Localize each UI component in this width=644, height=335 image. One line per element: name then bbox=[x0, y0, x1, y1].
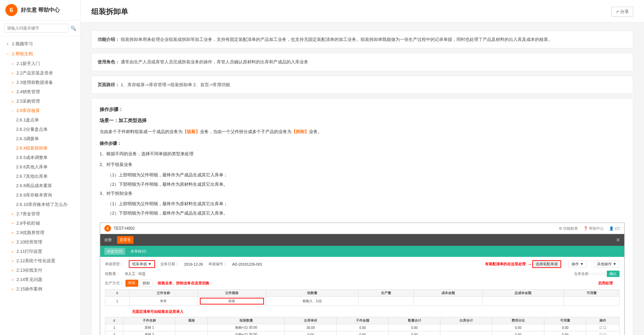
ss-cth-ops: 操作 bbox=[586, 317, 620, 324]
plus-icon-sub2: ＋ bbox=[11, 71, 14, 76]
sidebar-item-sales[interactable]: ＋ 2.4销售管理 bbox=[0, 87, 80, 97]
sidebar-item-cases[interactable]: ＋ 2.15操作案例 bbox=[0, 284, 80, 294]
sidebar-item-video-learning[interactable]: ＋ 1.视频学习 bbox=[0, 39, 80, 49]
sidebar-item-data-prep[interactable]: ＋ 2.3使用前数据准备 bbox=[0, 78, 80, 87]
steps-subtitle: 操作步骤： bbox=[100, 139, 625, 147]
ss-type-btn-assembly: 组装 bbox=[125, 280, 138, 287]
ss-user-icon: 👤 CC bbox=[609, 226, 620, 231]
sidebar-item-transfer[interactable]: 2.6.3调拨单 bbox=[0, 134, 80, 144]
ss-child-table-header: # 子件名称 规格 组装数量 出库单价 子件金额 数量合计 出库合计 费用分比 bbox=[105, 317, 620, 324]
sidebar-item-stocktake[interactable]: 2.6.1盘点单 bbox=[0, 115, 80, 125]
sidebar-item-personalize[interactable]: ＋ 2.12系统个性化设置 bbox=[0, 256, 80, 266]
sidebar-item-cost-adjust[interactable]: 2.6.5成本调整单 bbox=[0, 153, 80, 162]
sidebar-item-coupon[interactable]: ＋ 2.9优惠券管理 bbox=[0, 228, 80, 237]
ss-ctd-outtotal2 bbox=[440, 331, 492, 335]
sidebar-item-inventory-ledger[interactable]: 2.6.9库存账本查询 bbox=[0, 190, 80, 200]
ss-annotation4-area: 无固定清单可由组装在这里录入 bbox=[105, 309, 620, 314]
path-label: 页面路径： bbox=[98, 82, 119, 87]
ss-nav-newretail: 新零售 bbox=[117, 236, 133, 244]
ss-annotation1: 有装配清单的在这里处理 bbox=[485, 262, 526, 267]
sidebar-item-purchase[interactable]: ＋ 2.5采购管理 bbox=[0, 97, 80, 106]
sidebar-item-inventory[interactable]: － 2.6库存核算 bbox=[0, 106, 80, 115]
plus-icon-fin: ＋ bbox=[11, 212, 14, 217]
role-text: 通常由生产人员或库管人员完成拆装业务的操作，库管人员确认原材料的出库和产成品的入… bbox=[121, 59, 308, 64]
ss-annotation4: 无固定清单可由组装在这里录入 bbox=[132, 309, 183, 314]
sidebar-item-assembly[interactable]: 2.6.4组装拆卸单 bbox=[0, 144, 80, 153]
plus-icon-sub3: ＋ bbox=[11, 80, 14, 85]
ss-th-totalcost: 总成本金额 bbox=[482, 290, 564, 297]
ss-no-value: AD-20191226-001 bbox=[232, 262, 262, 266]
ss-warehouse-label: 仓库名称 bbox=[574, 271, 589, 276]
sidebar-item-online-pay[interactable]: ＋ 2.13在线支付 bbox=[0, 266, 80, 275]
search-box: 🔍 bbox=[0, 20, 80, 36]
ss-child-table: # 子件名称 规格 组装数量 出库单价 子件金额 数量合计 出库合计 费用分比 bbox=[105, 317, 620, 335]
screenshot-inner: 6 TEST-H002 ⚙ 功能检查 ❓ 帮助中心 👤 CC 自营 新零售 ✕ bbox=[100, 223, 625, 335]
sidebar-item-faq[interactable]: ＋ 2.14常见问题 bbox=[0, 275, 80, 284]
ss-td-pspec1: 组装 bbox=[198, 297, 266, 306]
step2-2: （2）下部明细为子件明细，最终作为原材料生成其它出库单。 bbox=[108, 180, 625, 188]
ss-annotation3-area: 仓库名称 确认 bbox=[554, 271, 620, 277]
ss-td-tcost1 bbox=[482, 297, 564, 306]
path-box: 页面路径： 1、库存核算->库存管理->组装拆卸单 2、首页->常用功能 bbox=[91, 76, 633, 94]
ss-cth-assqty: 组装数量 bbox=[208, 317, 285, 324]
ss-cth-spec: 规格 bbox=[175, 317, 207, 324]
share-button[interactable]: ↗ 分享 bbox=[611, 7, 633, 17]
sidebar-item-finance[interactable]: ＋ 2.7资金管理 bbox=[0, 209, 80, 219]
ss-ctd-price2: 0.00 bbox=[285, 331, 337, 335]
ss-td-pname1: 米米 bbox=[129, 297, 198, 306]
ss-parent-table-header: # 父件名称 父件规格 组数量 生产量 成本金额 总成本金额 可用量 bbox=[105, 290, 620, 297]
ss-cth-qtytotal: 数量合计 bbox=[388, 317, 440, 324]
main-content: 组装拆卸单 ↗ 分享 功能介绍： 组装拆卸单用来处理企业组装或拆卸等加工业务，支… bbox=[80, 0, 644, 335]
plus-icon-coup: ＋ bbox=[11, 230, 14, 235]
table-row: 1 原材 1 抱抱+(1) 30.00 30.00 0.00 0.00 0.00 bbox=[105, 324, 620, 331]
ss-annotation2-area: 生产方式： 组装 拆卸 组装业务、拆卸业务在这里切换 启用处理 bbox=[105, 280, 620, 287]
sidebar-item-cost-recalc[interactable]: 2.6.8商品成本重算 bbox=[0, 181, 80, 190]
ss-annotation1-area: 有装配清单的在这里处理 → 选择装配单据 bbox=[485, 260, 561, 268]
step3-2: （2）下部明细为子件明细，最终作为产成品生成其它入库单。 bbox=[108, 209, 625, 217]
step2: 2、对于组装业务 bbox=[100, 161, 625, 168]
ss-th-no: # bbox=[105, 290, 129, 297]
ss-annotation3: 启用处理 bbox=[598, 281, 613, 286]
screenshot-container: 6 TEST-H002 ⚙ 功能检查 ❓ 帮助中心 👤 CC 自营 新零售 ✕ bbox=[100, 222, 625, 335]
search-icon[interactable]: 🔍 bbox=[70, 25, 76, 31]
ss-td-avail1 bbox=[564, 297, 620, 306]
sidebar-item-help-docs[interactable]: － 2.帮助文档 bbox=[0, 49, 80, 59]
ss-td-no1: 1 bbox=[105, 297, 129, 306]
ss-teal-bar: 未提交(0) 未审核(0) bbox=[100, 246, 624, 257]
ss-th-production: 生产量 bbox=[358, 290, 414, 297]
ss-ctd-assqty1: 抱抱+(1) 30.00 bbox=[208, 324, 285, 331]
ss-nav-zirui: 自营 bbox=[104, 237, 112, 242]
sidebar-item-partial-stocktake[interactable]: 2.6.2分量盘点单 bbox=[0, 125, 80, 134]
ss-td-prod1 bbox=[358, 297, 414, 306]
share-icon: ↗ bbox=[615, 9, 619, 14]
search-input[interactable] bbox=[4, 24, 68, 33]
sidebar-item-other-in[interactable]: 2.6.6其他入库单 bbox=[0, 162, 80, 172]
ss-no-label: 单据编号： bbox=[208, 262, 227, 267]
sidebar-item-beginner[interactable]: ＋ 2.1新手入门 bbox=[0, 59, 80, 68]
ss-topbar: 6 TEST-H002 ⚙ 功能检查 ❓ 帮助中心 👤 CC bbox=[100, 223, 624, 234]
plus-icon-cases: ＋ bbox=[11, 287, 14, 292]
sidebar-item-ledger-error[interactable]: 2.6.10库存账本错了怎么办 bbox=[0, 200, 80, 209]
path-text: 1、库存核算->库存管理->组装拆卸单 2、首页->常用功能 bbox=[121, 82, 230, 87]
ss-parent-table: # 父件名称 父件规格 组数量 生产量 成本金额 总成本金额 可用量 bbox=[105, 289, 620, 306]
content-header: 组装拆卸单 ↗ 分享 bbox=[80, 0, 644, 22]
steps-section: 操作步骤： 场景一：加工类型选择 当由多个子件材料组装成一个成品的业务为【组装】… bbox=[91, 98, 633, 335]
ss-ctd-amt2: 0.00 bbox=[337, 331, 389, 335]
sidebar-item-install[interactable]: ＋ 2.2产品安装及登录 bbox=[0, 68, 80, 78]
ss-form-row2: 组数量： 0/人工 : 0/总 仓库名称 确认 bbox=[105, 271, 620, 277]
sidebar-item-operations[interactable]: ＋ 2.10经营管理 bbox=[0, 237, 80, 247]
ss-ctd-amt1: 0.00 bbox=[337, 324, 389, 331]
disassembly-label: 【拆卸】 bbox=[291, 129, 309, 134]
ss-th-cost: 成本金额 bbox=[414, 290, 482, 297]
ss-help-icon: ❓ 帮助中心 bbox=[583, 226, 604, 231]
ss-confirm-btn: 确认 bbox=[607, 271, 620, 277]
sidebar-item-mobile[interactable]: ＋ 2.8手机旺铺 bbox=[0, 219, 80, 228]
sidebar-item-other-out[interactable]: 2.6.7其他出库单 bbox=[0, 172, 80, 181]
ss-arrow1: → bbox=[527, 261, 532, 267]
sidebar-item-print[interactable]: ＋ 2.11打印设置 bbox=[0, 247, 80, 256]
scenario1-title: 场景一：加工类型选择 bbox=[100, 118, 147, 123]
page-title: 组装拆卸单 bbox=[91, 7, 128, 17]
step1: 1、根据不同的业务，选择不同单据的类型来处理 bbox=[100, 150, 625, 158]
ss-cth-amt: 子件金额 bbox=[337, 317, 389, 324]
app-title: 好生意 帮助中心 bbox=[21, 7, 60, 14]
